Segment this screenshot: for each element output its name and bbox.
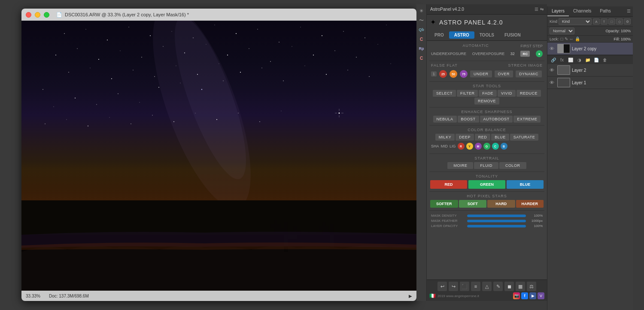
tool-asterisk[interactable]: ✳ <box>417 6 426 15</box>
layer-action-adj[interactable]: ◑ <box>575 56 583 63</box>
layer-item-1[interactable]: 👁 Layer 2 <box>547 64 633 77</box>
btn-moire[interactable]: MOIRE <box>447 162 473 169</box>
tool-brush[interactable]: ✎ <box>493 282 503 291</box>
tool-redo[interactable]: ↪ <box>449 282 458 291</box>
btn-vivid[interactable]: VIVID <box>498 90 516 97</box>
rc-badge[interactable]: RC <box>520 51 530 57</box>
exposure-circle[interactable]: ● <box>536 50 543 57</box>
layer-action-folder[interactable]: 📁 <box>584 56 592 63</box>
canvas-area[interactable] <box>21 21 416 291</box>
lock-icon-3[interactable]: ↔ <box>569 37 574 41</box>
tool-eraser[interactable]: ◼ <box>504 282 514 291</box>
btn-reduce[interactable]: REDUCE <box>516 90 541 97</box>
filter-icon-2[interactable]: T <box>601 18 608 25</box>
btn-ton-green[interactable]: GREEN <box>468 180 505 189</box>
vimeo-icon[interactable]: V <box>538 292 544 299</box>
tab-fusion[interactable]: FUSION <box>499 31 526 39</box>
tab-astro[interactable]: ASTRO <box>449 31 474 39</box>
ap-menu-icon[interactable]: ☰ <box>535 7 538 12</box>
tool-rp[interactable]: Rp <box>417 44 426 53</box>
filter-icon-4[interactable]: ◇ <box>616 18 623 25</box>
layer-action-delete[interactable]: 🗑 <box>601 56 609 63</box>
lp-layers-list[interactable]: 👁 Layer 2 copy 🔗 fx ⬜ ◑ 📁 📄 🗑 👁 <box>547 43 633 310</box>
ap-content[interactable]: AUTOMATIC FIRST STEP UNDEREXPOSURE OVERE… <box>427 41 547 279</box>
tool-wave[interactable]: 〜 <box>417 16 426 25</box>
filter-icon-5[interactable]: ⚙ <box>624 18 631 25</box>
maximize-button[interactable] <box>44 12 49 18</box>
btn-over[interactable]: OVER <box>495 71 513 77</box>
layer-action-fx[interactable]: fx <box>558 56 566 63</box>
btn-milky[interactable]: MILKY <box>435 134 455 141</box>
btn-extreme[interactable]: EXTREME <box>513 116 541 123</box>
btn-soft[interactable]: SOFT <box>459 200 487 208</box>
tool-qb[interactable]: Qb <box>417 25 426 34</box>
btn-ton-red[interactable]: RED <box>430 180 467 189</box>
btn-fluid[interactable]: FLUID <box>474 162 498 169</box>
btn-saturate[interactable]: SATURATE <box>510 134 539 141</box>
tool-undo[interactable]: ↩ <box>437 282 447 291</box>
tab-channels[interactable]: Channels <box>569 6 595 16</box>
tool-list[interactable]: ≡ <box>471 282 480 291</box>
tool-c1[interactable]: C <box>417 35 426 43</box>
minimize-button[interactable] <box>35 12 40 18</box>
close-button[interactable] <box>26 12 31 18</box>
ap-expand-icon[interactable]: ⇆ <box>540 7 544 12</box>
btn-nebula[interactable]: NEBULA <box>433 116 457 123</box>
social-3-icon[interactable]: ▶ <box>529 292 536 299</box>
btn-hard[interactable]: HARD <box>487 200 515 208</box>
btn-fade[interactable]: FADE <box>479 90 497 97</box>
btn-red[interactable]: RED <box>475 134 491 141</box>
filter-icon-3[interactable]: □ <box>608 18 615 25</box>
dot-g[interactable]: G <box>483 143 490 150</box>
filter-icon-1[interactable]: A <box>593 18 600 25</box>
ff-dot-75[interactable]: 75 <box>460 70 468 78</box>
tool-mountain[interactable]: △ <box>482 282 492 291</box>
tab-tools[interactable]: TOOLS <box>474 31 499 39</box>
tool-image[interactable]: ▦ <box>516 282 525 291</box>
ff-dot-50[interactable]: 50 <box>450 70 457 78</box>
mask-density-track[interactable] <box>467 215 526 217</box>
dot-y[interactable]: Y <box>466 143 473 150</box>
btn-remove[interactable]: REMOVE <box>474 98 499 104</box>
tab-pro[interactable]: PRO <box>429 31 449 39</box>
dot-m[interactable]: M <box>475 143 482 150</box>
btn-deep[interactable]: DEEP <box>456 134 474 141</box>
ff-dot-25[interactable]: 25 <box>439 70 447 78</box>
btn-boost[interactable]: BOOST <box>458 116 479 123</box>
dot-r[interactable]: R <box>458 143 465 150</box>
btn-softer[interactable]: SOFTER <box>430 200 458 208</box>
tab-paths[interactable]: Paths <box>595 6 615 16</box>
blend-mode-select[interactable]: Normal <box>550 28 574 34</box>
tab-layers[interactable]: Layers <box>547 6 569 16</box>
facebook-icon[interactable]: f <box>521 292 528 299</box>
lock-icon-1[interactable]: □ <box>561 37 563 41</box>
layer-action-mask[interactable]: ⬜ <box>567 56 574 63</box>
mask-feather-track[interactable] <box>467 220 526 222</box>
eye-icon-2[interactable]: 👁 <box>550 80 556 85</box>
btn-dynamic[interactable]: DYNAMIC <box>516 71 542 77</box>
layer-action-link[interactable]: 🔗 <box>550 56 557 63</box>
instagram-icon[interactable]: 📷 <box>513 292 520 299</box>
tool-balance[interactable]: ⚖ <box>527 282 536 291</box>
btn-ton-blue[interactable]: BLUE <box>507 180 544 189</box>
tool-camera[interactable]: ⬛ <box>460 282 469 291</box>
kind-select[interactable]: Kind <box>559 18 592 25</box>
btn-filter[interactable]: FILTER <box>457 90 478 97</box>
layer-item-0[interactable]: 👁 Layer 2 copy <box>547 43 633 55</box>
eye-icon-0[interactable]: 👁 <box>550 46 556 51</box>
btn-select[interactable]: SELECT <box>433 90 456 97</box>
layer-action-new[interactable]: 📄 <box>592 56 600 63</box>
btn-color[interactable]: COLOR <box>499 162 526 169</box>
btn-harder[interactable]: HARDER <box>516 200 544 208</box>
layer-item-2[interactable]: 👁 Layer 1 <box>547 77 633 89</box>
eye-icon-1[interactable]: 👁 <box>550 68 556 73</box>
btn-under[interactable]: UNDER <box>470 71 492 77</box>
btn-autoboost[interactable]: AUTOBOOST <box>480 116 513 123</box>
dot-c[interactable]: C <box>492 143 499 150</box>
btn-blue[interactable]: BLUE <box>491 134 509 141</box>
lock-icon-4[interactable]: 🔒 <box>575 37 580 41</box>
layer-opacity-track[interactable] <box>467 225 526 227</box>
lp-menu-icon[interactable]: ☰ <box>625 6 633 16</box>
dot-b[interactable]: B <box>501 143 507 150</box>
lock-icon-2[interactable]: ✎ <box>565 37 568 41</box>
